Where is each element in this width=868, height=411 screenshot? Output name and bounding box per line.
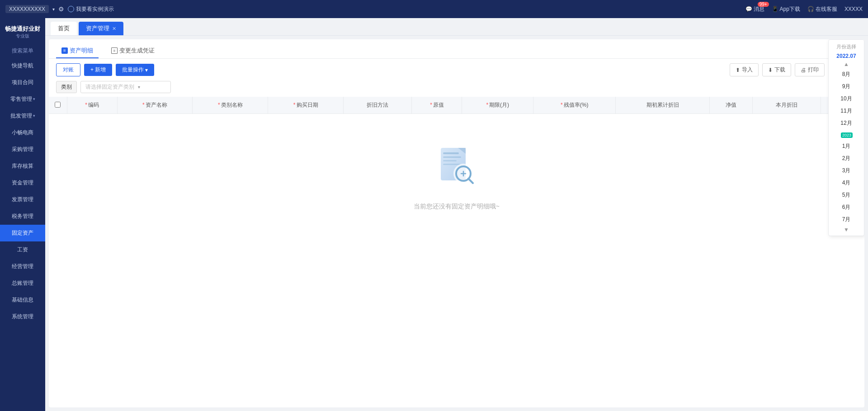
sidebar-search[interactable]: 搜索菜单 [0, 44, 45, 57]
message-badge: 99+ [758, 2, 769, 7]
col-checkbox [49, 97, 67, 114]
year-badge: 2023 [841, 132, 853, 138]
tab-close-icon[interactable]: ✕ [112, 26, 116, 32]
col-buy-date: *购买日期 [268, 97, 344, 114]
download-icon: ⬇ [768, 67, 773, 73]
sidebar-item-ledger[interactable]: 总账管理 [0, 275, 45, 292]
month-item-4[interactable]: 4月 [829, 177, 864, 189]
headset-icon: 🎧 [807, 6, 814, 12]
sub-tab-bar: ≡ 资产明细 ≡ 变更生成凭证 [49, 39, 864, 59]
print-button[interactable]: 🖨 打印 [795, 63, 825, 76]
month-item-1[interactable]: 1月 [829, 140, 864, 152]
tab-asset-management[interactable]: 资产管理 ✕ [79, 22, 123, 35]
reconcile-button[interactable]: 对账 [56, 63, 80, 76]
month-item-10[interactable]: 10月 [829, 93, 864, 105]
month-item-12[interactable]: 12月 [829, 117, 864, 129]
demo-circle-icon [68, 6, 74, 12]
month-item-3[interactable]: 3月 [829, 165, 864, 177]
col-period: *期限(月) [462, 97, 533, 114]
import-icon: ⬆ [736, 67, 740, 73]
sidebar-item-system[interactable]: 系统管理 [0, 308, 45, 325]
retail-arrow-icon: ▾ [33, 97, 35, 101]
sidebar-item-ecommerce[interactable]: 小畅电商 [0, 124, 45, 141]
company-dropdown-icon[interactable]: ▾ [52, 7, 55, 12]
sidebar-item-salary[interactable]: 工资 [0, 241, 45, 258]
download-button[interactable]: ⬇ 下载 [762, 63, 791, 76]
company-selector[interactable]: XXXXXXXXXX [5, 5, 49, 13]
empty-state: 当前您还没有固定资产明细哦~ [49, 114, 864, 238]
col-category: *类别名称 [193, 97, 268, 114]
online-service-button[interactable]: 🎧 在线客服 [807, 5, 837, 13]
filter-select-arrow-icon: ▾ [138, 85, 140, 90]
main-layout: 畅捷通好业财 专业版 搜索菜单 快捷导航 项目合同 零售管理▾ 批发管理▾ 小畅… [0, 18, 868, 411]
month-item-8[interactable]: 8月 [829, 68, 864, 80]
col-accumulated-depreciation: 期初累计折旧 [616, 97, 709, 114]
sidebar-item-fixed-assets[interactable]: 固定资产 [0, 225, 45, 241]
message-button[interactable]: 💬 消息 99+ [745, 5, 764, 13]
month-panel: 月份选择 2022.07 ▲ 8月 9月 10月 11月 12月 2023 1月… [828, 39, 864, 236]
batch-button[interactable]: 批量操作 ▾ [116, 64, 154, 76]
print-icon: 🖨 [801, 67, 806, 73]
doc-icon: ≡ [111, 47, 118, 54]
sidebar-item-invoice[interactable]: 发票管理 [0, 191, 45, 208]
asset-table: *编码 *资产名称 *类别名称 *购买日期 折旧方法 *原值 *期限(月) *残… [49, 97, 864, 238]
sidebar-item-purchase[interactable]: 采购管理 [0, 141, 45, 158]
page-content: ≡ 资产明细 ≡ 变更生成凭证 对账 + 新增 批量操作 ▾ ⬆ [49, 39, 864, 407]
import-button[interactable]: ⬆ 导入 [730, 63, 759, 76]
settings-icon[interactable]: ⚙ [58, 5, 64, 13]
month-item-11[interactable]: 11月 [829, 105, 864, 117]
tab-home[interactable]: 首页 [51, 22, 77, 35]
sidebar-item-quick-nav[interactable]: 快捷导航 [0, 57, 45, 74]
col-monthly-depreciation: 本月折旧 [753, 97, 821, 114]
empty-text: 当前您还没有固定资产明细哦~ [414, 203, 500, 211]
filter-category-label[interactable]: 类别 [56, 81, 77, 93]
list-icon: ≡ [61, 47, 68, 54]
col-depreciation-method: 折旧方法 [344, 97, 412, 114]
svg-rect-4 [443, 164, 460, 165]
top-bar: XXXXXXXXXX ▾ ⚙ 我要看实例演示 💬 消息 99+ 📱 App下载 … [0, 0, 868, 18]
sidebar-item-project[interactable]: 项目合同 [0, 74, 45, 91]
month-item-7[interactable]: 7月 [829, 213, 864, 226]
sidebar-item-wholesale[interactable]: 批发管理▾ [0, 108, 45, 124]
col-net-value: 净值 [709, 97, 752, 114]
col-code: *编码 [67, 97, 117, 114]
filter-category-select[interactable]: 请选择固定资产类别 ▾ [80, 81, 171, 93]
col-residual-rate: *残值率(%) [533, 97, 616, 114]
month-item-6[interactable]: 6月 [829, 201, 864, 213]
add-button[interactable]: + 新增 [84, 64, 112, 76]
user-menu[interactable]: XXXXX [844, 6, 863, 12]
month-nav-up-button[interactable]: ▲ [844, 60, 849, 68]
app-brand: 畅捷通好业财 专业版 [0, 22, 45, 44]
content-area: 首页 资产管理 ✕ ≡ 资产明细 ≡ 变更生成凭证 [45, 18, 868, 411]
demo-link[interactable]: 我要看实例演示 [68, 5, 114, 13]
sidebar: 畅捷通好业财 专业版 搜索菜单 快捷导航 项目合同 零售管理▾ 批发管理▾ 小畅… [0, 18, 45, 411]
wholesale-arrow-icon: ▾ [33, 113, 35, 118]
sidebar-item-basic-info[interactable]: 基础信息 [0, 292, 45, 308]
sub-tab-asset-detail[interactable]: ≡ 资产明细 [56, 44, 99, 58]
message-icon: 💬 [745, 6, 752, 12]
month-item-2[interactable]: 2月 [829, 152, 864, 165]
svg-rect-3 [443, 160, 457, 161]
svg-rect-1 [443, 152, 459, 154]
month-year-2023-badge: 2023 [829, 129, 864, 140]
filter-bar: 类别 请选择固定资产类别 ▾ [49, 81, 864, 97]
table-container: *编码 *资产名称 *类别名称 *购买日期 折旧方法 *原值 *期限(月) *残… [49, 97, 864, 407]
sidebar-item-tax[interactable]: 税务管理 [0, 208, 45, 225]
top-bar-left: XXXXXXXXXX ▾ ⚙ 我要看实例演示 [5, 5, 742, 13]
month-item-5[interactable]: 5月 [829, 189, 864, 201]
top-bar-right: 💬 消息 99+ 📱 App下载 🎧 在线客服 XXXXX [745, 5, 863, 13]
sidebar-item-operation[interactable]: 经营管理 [0, 258, 45, 275]
sidebar-item-retail[interactable]: 零售管理▾ [0, 91, 45, 108]
month-panel-title: 月份选择 [833, 42, 860, 52]
empty-illustration [429, 141, 484, 195]
month-nav-down-button[interactable]: ▼ [844, 226, 849, 234]
month-panel-current: 2022.07 [833, 52, 859, 60]
table-header-row: *编码 *资产名称 *类别名称 *购买日期 折旧方法 *原值 *期限(月) *残… [49, 97, 864, 114]
select-all-checkbox[interactable] [55, 102, 61, 108]
sidebar-item-finance[interactable]: 资金管理 [0, 175, 45, 191]
sub-tab-voucher[interactable]: ≡ 变更生成凭证 [106, 44, 160, 58]
month-item-9[interactable]: 9月 [829, 80, 864, 93]
col-original-value: *原值 [412, 97, 462, 114]
app-download-button[interactable]: 📱 App下载 [772, 5, 800, 13]
sidebar-item-inventory[interactable]: 库存核算 [0, 158, 45, 175]
